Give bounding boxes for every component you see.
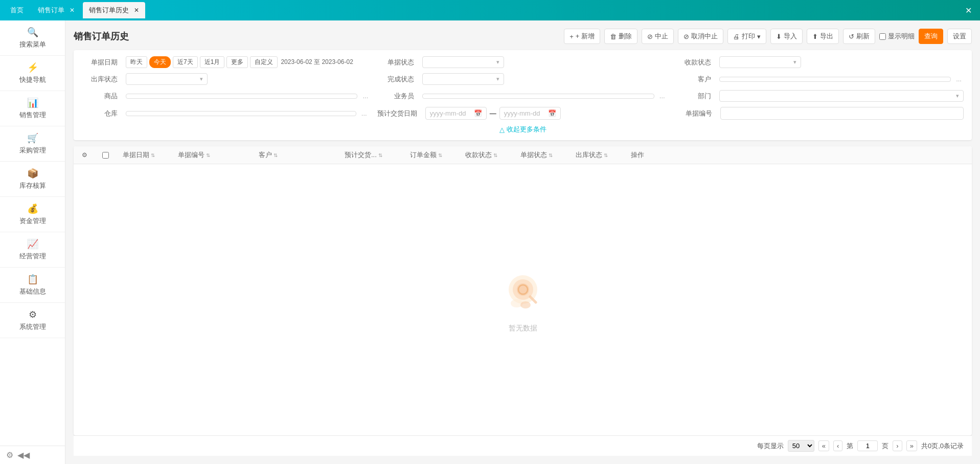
th-outbound-label: 出库状态 bbox=[576, 150, 602, 160]
sidebar-item-base-info[interactable]: 📋 基础信息 bbox=[0, 268, 65, 303]
cancel-suspend-button[interactable]: ⊘ 取消中止 bbox=[678, 29, 723, 44]
sidebar-settings-icon[interactable]: ⚙ bbox=[6, 450, 13, 460]
doc-status-arrow: ▾ bbox=[496, 59, 499, 65]
suspend-button[interactable]: ⊘ 中止 bbox=[642, 29, 674, 44]
payment-status-select[interactable]: ▾ bbox=[719, 56, 801, 68]
date-btn-more[interactable]: 更多 bbox=[226, 56, 248, 68]
operations-icon: 📈 bbox=[27, 238, 38, 250]
window-close-button[interactable]: ✕ bbox=[961, 4, 976, 17]
page-number-input[interactable] bbox=[857, 440, 878, 451]
salesperson-ellipsis[interactable]: ... bbox=[657, 92, 667, 100]
export-button[interactable]: ⬆ 导出 bbox=[807, 29, 839, 44]
collapse-label: 收起更多条件 bbox=[507, 125, 546, 134]
complete-status-field: ▾ bbox=[422, 73, 667, 85]
tab-sales-order-label: 销售订单 bbox=[38, 6, 64, 15]
new-button[interactable]: + + 新增 bbox=[564, 29, 600, 44]
customer-select[interactable] bbox=[719, 77, 951, 82]
goods-ellipsis[interactable]: ... bbox=[360, 92, 370, 100]
date-label: 单据日期 bbox=[82, 58, 118, 67]
sidebar-item-sales-mgmt[interactable]: 📊 销售管理 bbox=[0, 91, 65, 126]
next-page-button[interactable]: › bbox=[893, 440, 902, 451]
sidebar-item-operations-label: 经营管理 bbox=[19, 252, 46, 261]
sidebar-item-purchase-mgmt[interactable]: 🛒 采购管理 bbox=[0, 126, 65, 162]
inventory-icon: 📦 bbox=[27, 168, 38, 179]
last-page-button[interactable]: » bbox=[906, 440, 917, 451]
print-button[interactable]: 🖨 打印 ▾ bbox=[727, 29, 766, 44]
th-delivery[interactable]: 预计交货... ⇅ bbox=[343, 150, 404, 160]
th-customer[interactable]: 客户 ⇅ bbox=[257, 150, 338, 160]
complete-status-select[interactable]: ▾ bbox=[422, 73, 504, 85]
th-amount[interactable]: 订单金额 ⇅ bbox=[408, 150, 459, 160]
delivery-date-separator: — bbox=[490, 109, 496, 117]
tab-sales-order-history-close[interactable]: ✕ bbox=[134, 7, 139, 14]
import-button[interactable]: ⬇ 导入 bbox=[770, 29, 803, 44]
th-status-label: 单据状态 bbox=[520, 150, 547, 160]
date-btn-1month[interactable]: 近1月 bbox=[200, 56, 225, 68]
sidebar-item-inventory[interactable]: 📦 库存核算 bbox=[0, 162, 65, 197]
th-doc-status[interactable]: 单据状态 ⇅ bbox=[518, 150, 569, 160]
th-settings[interactable]: ⚙ bbox=[80, 151, 96, 159]
outbound-status-select[interactable]: ▾ bbox=[126, 73, 208, 85]
date-btn-custom[interactable]: 自定义 bbox=[250, 56, 278, 68]
display-detail-checkbox[interactable] bbox=[879, 33, 886, 40]
th-payment-status[interactable]: 收款状态 ⇅ bbox=[463, 150, 514, 160]
top-bar: 首页 销售订单 ✕ 销售订单历史 ✕ ✕ bbox=[0, 0, 980, 20]
th-docno[interactable]: 单据编号 ⇅ bbox=[176, 150, 253, 160]
svg-point-6 bbox=[520, 301, 531, 308]
filter-settings-button[interactable]: 设置 bbox=[947, 29, 972, 44]
tab-sales-order[interactable]: 销售订单 ✕ bbox=[32, 2, 81, 18]
delivery-date-group: yyyy-mm-dd 📅 — yyyy-mm-dd 📅 bbox=[425, 107, 561, 120]
sidebar-item-finance[interactable]: 💰 资金管理 bbox=[0, 197, 65, 232]
th-customer-label: 客户 bbox=[259, 150, 272, 160]
th-outbound-status[interactable]: 出库状态 ⇅ bbox=[574, 150, 625, 160]
first-page-button[interactable]: « bbox=[818, 440, 829, 451]
query-button[interactable]: 查询 bbox=[919, 29, 943, 44]
sidebar-item-sales-mgmt-label: 销售管理 bbox=[19, 111, 46, 120]
customer-field: ... bbox=[719, 75, 964, 83]
warehouse-select[interactable] bbox=[126, 111, 356, 116]
delivery-date-start-icon: 📅 bbox=[474, 109, 482, 117]
date-btn-7days[interactable]: 近7天 bbox=[173, 56, 198, 68]
goods-select[interactable] bbox=[126, 94, 357, 99]
sidebar-item-quick-nav[interactable]: ⚡ 快捷导航 bbox=[0, 56, 65, 91]
sidebar-item-operations[interactable]: 📈 经营管理 bbox=[0, 232, 65, 268]
sidebar-item-search-menu-label: 搜索菜单 bbox=[19, 40, 46, 49]
tab-home[interactable]: 首页 bbox=[4, 2, 30, 18]
doc-no-input[interactable] bbox=[720, 107, 964, 120]
warehouse-ellipsis[interactable]: ... bbox=[359, 109, 369, 117]
select-all-checkbox[interactable] bbox=[102, 152, 109, 159]
th-date[interactable]: 单据日期 ⇅ bbox=[121, 150, 172, 160]
new-icon: + bbox=[569, 33, 574, 40]
tab-sales-order-close[interactable]: ✕ bbox=[70, 7, 75, 14]
sidebar-volume-icon[interactable]: ◀◀ bbox=[17, 450, 30, 460]
th-checkbox[interactable] bbox=[100, 152, 117, 159]
content-area: 销售订单历史 + + 新增 🗑 删除 ⊘ 中止 ⊘ 取消中止 bbox=[65, 20, 980, 464]
sidebar-item-search-menu[interactable]: 🔍 搜索菜单 bbox=[0, 20, 65, 56]
filter-card: 单据日期 昨天 今天 近7天 近1月 更多 自定义 2023-06-02 至 2… bbox=[74, 50, 972, 140]
page-size-select[interactable]: 10 20 50 100 bbox=[788, 440, 814, 452]
tab-home-label: 首页 bbox=[10, 6, 24, 15]
quick-nav-icon: ⚡ bbox=[27, 62, 38, 73]
collapse-row[interactable]: △ 收起更多条件 bbox=[82, 125, 964, 134]
refresh-button[interactable]: ↺ 刷新 bbox=[843, 29, 875, 44]
prev-page-button[interactable]: ‹ bbox=[833, 440, 842, 451]
th-outbound-sort: ⇅ bbox=[604, 152, 608, 158]
department-select[interactable]: ▾ bbox=[719, 90, 964, 102]
filter-row-1: 单据日期 昨天 今天 近7天 近1月 更多 自定义 2023-06-02 至 2… bbox=[82, 56, 964, 68]
tab-sales-order-history[interactable]: 销售订单历史 ✕ bbox=[83, 2, 145, 18]
sidebar-item-system-mgmt[interactable]: ⚙ 系统管理 bbox=[0, 303, 65, 338]
total-records: 共0页,0条记录 bbox=[921, 441, 964, 451]
delivery-date-end-input[interactable]: yyyy-mm-dd 📅 bbox=[499, 107, 561, 120]
customer-ellipsis[interactable]: ... bbox=[954, 75, 964, 83]
date-btn-yesterday[interactable]: 昨天 bbox=[126, 56, 147, 68]
empty-illustration bbox=[497, 267, 549, 318]
doc-status-field: ▾ bbox=[422, 56, 667, 68]
sidebar-item-inventory-label: 库存核算 bbox=[19, 181, 46, 190]
delivery-date-start-input[interactable]: yyyy-mm-dd 📅 bbox=[425, 107, 487, 120]
salesperson-select[interactable] bbox=[422, 94, 654, 99]
doc-status-select[interactable]: ▾ bbox=[422, 56, 504, 68]
display-detail-toggle[interactable]: 显示明细 bbox=[879, 32, 915, 41]
table-card: ⚙ 单据日期 ⇅ 单据编号 ⇅ 客户 ⇅ 预计交货... bbox=[74, 146, 972, 435]
date-btn-today[interactable]: 今天 bbox=[149, 56, 171, 68]
delete-button[interactable]: 🗑 删除 bbox=[604, 29, 637, 44]
